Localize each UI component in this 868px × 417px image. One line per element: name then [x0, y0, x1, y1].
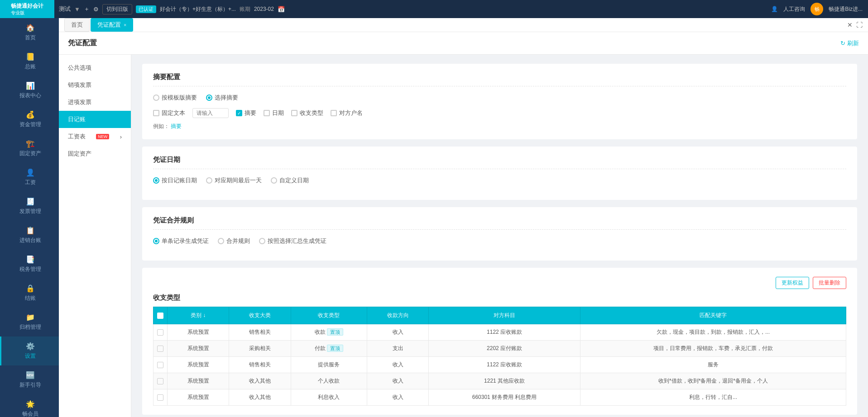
membership-icon: 🌟	[26, 400, 35, 408]
pin-top-tag-2[interactable]: 置顶	[327, 345, 343, 352]
sidebar-item-label: 新手引导	[19, 381, 41, 389]
topbar-settings-icon[interactable]: ⚙	[93, 6, 99, 13]
income-type-table: 类别 ↓ 收支大类 收支类型 收款方向 对方科目 匹配关键字	[153, 307, 846, 406]
sidebar-item-invoice[interactable]: 🧾 发票管理	[0, 192, 59, 221]
funds-icon: 💰	[26, 110, 35, 119]
left-nav-item-sales-invoice[interactable]: 销项发票	[59, 76, 131, 94]
user-name[interactable]: 畅捷通Biz进...	[829, 5, 863, 13]
row-account-4: 1221 其他应收款	[429, 373, 580, 389]
close-accounts-icon: 🔒	[26, 284, 35, 293]
row-checkbox-3[interactable]	[153, 357, 168, 373]
topbar-arrow[interactable]: ▼	[74, 6, 80, 13]
left-nav: 公共选项 销项发票 进项发票 日记账 工资表 NEW › 固定资产	[59, 55, 131, 417]
summary-section: 摘要配置 按模板版摘要 选择摘要	[142, 64, 857, 139]
row-account-5: 660301 财务费用 利息费用	[429, 389, 580, 406]
update-rights-button[interactable]: 更新权益	[776, 277, 809, 289]
tab-close-icon[interactable]: ×	[124, 22, 126, 28]
row-income-cat-2: 采购相关	[229, 341, 291, 357]
account-tags: 好会计（专）+好生意（标）+...	[160, 5, 236, 13]
row-checkbox-2[interactable]	[153, 341, 168, 357]
avatar[interactable]: 畅	[810, 3, 823, 15]
sidebar-item-label: 发票管理	[19, 208, 41, 215]
support-btn[interactable]: 人工咨询	[783, 5, 805, 13]
fixed-text-input[interactable]	[192, 108, 229, 118]
expand-window-button[interactable]: ⛶	[856, 21, 863, 28]
pin-top-tag-1[interactable]: 置顶	[327, 328, 343, 336]
left-nav-item-public[interactable]: 公共选项	[59, 59, 131, 76]
checkbox-fixed-text[interactable]: 固定文本	[153, 109, 185, 117]
checkbox-date[interactable]: 日期	[264, 109, 284, 117]
refresh-label: 刷新	[847, 39, 859, 47]
sidebar-item-label: 资金管理	[19, 121, 41, 128]
radio-single-record-circle	[153, 238, 159, 244]
left-nav-item-fixed-assets2[interactable]: 固定资产	[59, 145, 131, 162]
sidebar-item-fixed-assets[interactable]: 🏗️ 固定资产	[0, 134, 59, 163]
th-select-all[interactable]	[153, 307, 168, 324]
row-income-type-4: 个人收款	[291, 373, 367, 389]
checkbox-counterpart[interactable]: 对方户名	[331, 109, 363, 117]
row-checkbox-5[interactable]	[153, 389, 168, 406]
checkbox-summary[interactable]: ✓ 摘要	[236, 109, 256, 117]
sidebar-item-payroll[interactable]: 👤 工资	[0, 163, 59, 192]
switch-old-version-button[interactable]: 切到旧版	[102, 4, 132, 14]
merge-rule-title: 凭证合并规则	[153, 216, 846, 230]
row-direction-1: 收入	[367, 324, 428, 341]
sidebar-item-settings[interactable]: ⚙️ 设置	[0, 336, 59, 365]
purchase-sale-icon: 📋	[26, 226, 35, 235]
topbar-add-icon[interactable]: ＋	[84, 5, 90, 13]
radio-single-record[interactable]: 单条记录生成凭证	[153, 237, 209, 245]
tab-home[interactable]: 首页	[64, 18, 90, 32]
sidebar-item-label: 报表中心	[19, 92, 41, 100]
sidebar-item-label: 首页	[25, 34, 36, 42]
checkbox-income-type[interactable]: 收支类型	[291, 109, 323, 117]
sidebar-item-reports[interactable]: 📊 报表中心	[0, 76, 59, 105]
period-value: 2023-02	[254, 6, 274, 12]
sidebar-item-ledger[interactable]: 📒 总账	[0, 47, 59, 76]
payroll-icon: 👤	[26, 168, 35, 177]
row-income-type-1: 收款 置顶	[291, 324, 367, 341]
tab-voucher-config-label: 凭证配置	[97, 21, 121, 29]
summary-radio-group: 按模板版摘要 选择摘要	[153, 94, 846, 102]
voucher-date-title: 凭证日期	[153, 156, 846, 169]
sidebar-item-funds[interactable]: 💰 资金管理	[0, 105, 59, 134]
sidebar-item-purchase-sale[interactable]: 📋 进销台账	[0, 221, 59, 250]
calendar-icon[interactable]: 📅	[278, 6, 285, 13]
sidebar-item-guide[interactable]: 🆕 新手引导	[0, 365, 59, 394]
sidebar-item-label: 畅会员	[22, 410, 38, 417]
row-checkbox-4[interactable]	[153, 373, 168, 389]
radio-period-last-day[interactable]: 对应期间最后一天	[206, 176, 262, 185]
sidebar-item-close-accounts[interactable]: 🔒 结账	[0, 279, 59, 308]
sidebar-item-tax[interactable]: 📑 税务管理	[0, 250, 59, 279]
radio-merge-rule[interactable]: 合并规则	[218, 237, 250, 245]
radio-template-summary[interactable]: 按模板版摘要	[153, 94, 197, 102]
sidebar-item-label: 归档管理	[19, 323, 41, 331]
refresh-button[interactable]: ↻ 刷新	[840, 39, 859, 47]
sidebar-item-membership[interactable]: 🌟 畅会员	[0, 394, 59, 417]
radio-by-select-summary-circle	[259, 238, 265, 244]
row-keywords-3: 服务	[580, 357, 846, 373]
close-window-button[interactable]: ✕	[847, 21, 853, 28]
left-nav-item-payroll-table[interactable]: 工资表 NEW ›	[59, 128, 131, 145]
topbar: 畅捷通好会计 专业版 测试 ▼ ＋ ⚙ 切到旧版 已认证 好会计（专）+好生意（…	[0, 0, 868, 18]
radio-merge-rule-circle	[218, 238, 224, 244]
tax-icon: 📑	[26, 255, 35, 264]
row-checkbox-1[interactable]	[153, 324, 168, 341]
radio-custom-date[interactable]: 自定义日期	[271, 176, 309, 185]
left-nav-item-journal[interactable]: 日记账	[59, 111, 131, 128]
radio-by-select-summary[interactable]: 按照选择汇总生成凭证	[259, 237, 326, 245]
radio-select-summary[interactable]: 选择摘要	[206, 94, 238, 102]
tab-voucher-config[interactable]: 凭证配置 ×	[91, 18, 133, 32]
row-account-3: 1122 应收账款	[429, 357, 580, 373]
radio-custom-date-circle	[271, 177, 277, 184]
left-nav-fixed-assets-label: 固定资产	[68, 150, 91, 158]
inner-layout: 公共选项 销项发票 进项发票 日记账 工资表 NEW › 固定资产	[59, 55, 868, 417]
left-nav-item-purchase-invoice[interactable]: 进项发票	[59, 94, 131, 111]
select-all-checkbox[interactable]	[157, 313, 163, 319]
radio-journal-date[interactable]: 按日记账日期	[153, 176, 197, 185]
left-nav-journal-label: 日记账	[68, 115, 86, 123]
sidebar-item-label: 税务管理	[19, 265, 41, 273]
sidebar-item-archive[interactable]: 📁 归档管理	[0, 308, 59, 336]
row-income-cat-3: 销售相关	[229, 357, 291, 373]
sidebar-item-home[interactable]: 🏠 首页	[0, 18, 59, 47]
batch-delete-button[interactable]: 批量删除	[813, 277, 846, 289]
